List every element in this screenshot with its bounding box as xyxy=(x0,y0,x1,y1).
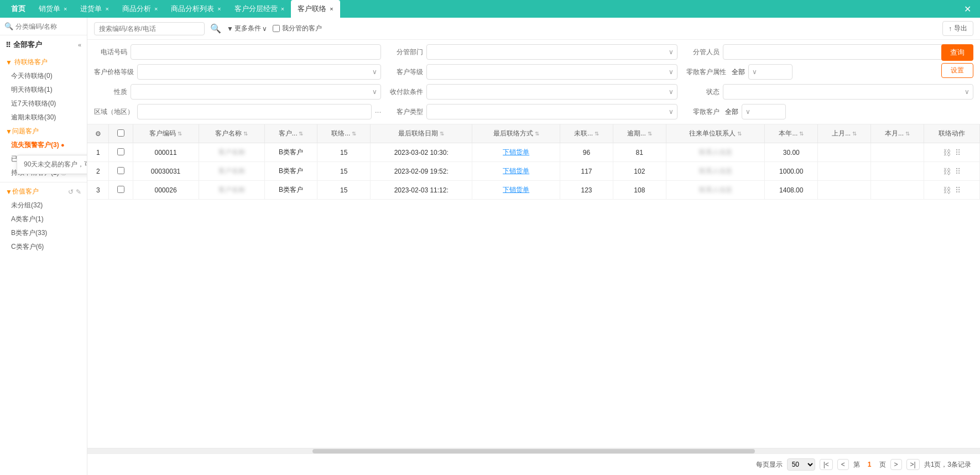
filter-select-region[interactable] xyxy=(137,104,372,119)
th-code[interactable]: 客户编码 xyxy=(133,124,199,143)
th-overdue[interactable]: 逾期... xyxy=(613,124,666,143)
th-last-month[interactable]: 上月... xyxy=(818,124,871,143)
more-dot-region[interactable]: ··· xyxy=(375,107,382,116)
th-last-contact-method[interactable]: 最后联络方式 xyxy=(472,124,560,143)
action-more-icon[interactable]: ⠿ xyxy=(955,148,961,157)
tab-purchase[interactable]: 进货单 × xyxy=(74,0,115,18)
query-button[interactable]: 查询 xyxy=(941,44,973,61)
th-name[interactable]: 客户名称 xyxy=(199,124,264,143)
filter-label-price-level: 客户价格等级 xyxy=(94,67,134,77)
row-checkbox[interactable] xyxy=(117,148,124,155)
filter-select-price-level[interactable]: ∨ xyxy=(137,64,381,80)
filter-select-retail-attr[interactable]: ∨ xyxy=(748,64,793,80)
next-page-button[interactable]: > xyxy=(890,459,902,470)
sidebar-group-value-customer[interactable]: ▼ 价值客户 ↺ ✎ xyxy=(0,185,87,199)
cell-overdue: 108 xyxy=(613,181,666,200)
close-tab-customer-layer[interactable]: × xyxy=(281,6,284,12)
th-not-contact[interactable]: 未联... xyxy=(560,124,613,143)
filter-select-customer-level[interactable]: ∨ xyxy=(426,64,677,80)
action-link-icon[interactable]: ⛓ xyxy=(943,167,951,176)
settings-icon[interactable]: ⚙ xyxy=(95,130,101,138)
th-this-year[interactable]: 本年... xyxy=(765,124,818,143)
filter-row-retail-attr: 零散客户属性 全部 ∨ xyxy=(686,64,973,80)
cell-checkbox[interactable] xyxy=(109,181,133,200)
total-records-label: 共1页，3条记录 xyxy=(924,460,971,469)
th-last-contact-date[interactable]: 最后联络日期 xyxy=(371,124,472,143)
cell-checkbox[interactable] xyxy=(109,143,133,162)
filter-search-input[interactable] xyxy=(94,22,205,35)
sidebar-item-ungroup[interactable]: 未分组(32) xyxy=(0,199,87,212)
tab-goods-analysis[interactable]: 商品分析 × xyxy=(116,0,164,18)
tab-customer-contact[interactable]: 客户联络 × xyxy=(291,0,340,18)
filter-select-retail-customer[interactable]: ∨ xyxy=(742,104,786,119)
sidebar-search-input[interactable] xyxy=(15,23,82,30)
sidebar-item-b-customers[interactable]: B类客户(33) xyxy=(0,226,87,240)
filter-select-gender[interactable]: ∨ xyxy=(131,84,381,100)
prev-page-button[interactable]: < xyxy=(837,459,849,470)
tab-sales[interactable]: 销货单 × xyxy=(32,0,74,18)
sidebar-group-pending-contact[interactable]: ▼ 待联络客户 xyxy=(0,54,87,69)
close-tab-customer-contact[interactable]: × xyxy=(330,6,333,12)
filter-select-status[interactable]: ∨ xyxy=(723,84,973,100)
table-footer: 每页显示 50 100 |< < 第 1 页 > >| 共1页，3条记录 xyxy=(87,453,980,475)
contact-method-link[interactable]: 下销货单 xyxy=(503,186,529,194)
filter-my-customers-checkbox[interactable]: 我分管的客户 xyxy=(273,24,322,33)
th-contact-person[interactable]: 往来单位联系人 xyxy=(666,124,765,143)
cell-checkbox[interactable] xyxy=(109,162,133,181)
cell-level: B类客户 xyxy=(264,143,317,162)
page-size-select[interactable]: 50 100 xyxy=(787,458,815,471)
sidebar-group-problem-customer[interactable]: ▼ 问题客户 xyxy=(0,124,87,138)
tab-goods-analysis-list[interactable]: 商品分析列表 × xyxy=(164,0,227,18)
th-contact-count[interactable]: 联络... xyxy=(317,124,371,143)
filter-select-payment[interactable]: ∨ xyxy=(426,84,677,100)
tab-home[interactable]: 首页 xyxy=(4,0,32,18)
action-more-icon[interactable]: ⠿ xyxy=(955,186,961,195)
filter-more-conditions-button[interactable]: ▼ 更多条件 ∨ xyxy=(227,24,267,33)
contact-method-link[interactable]: 下销货单 xyxy=(503,148,529,156)
close-tab-sales[interactable]: × xyxy=(64,6,67,12)
page-suffix-label: 页 xyxy=(879,460,886,469)
cell-this-year: 1000.00 xyxy=(765,162,818,181)
sidebar-all-customers[interactable]: ⠿ 全部客户 « xyxy=(0,35,87,54)
filter-select-dept[interactable]: ∨ xyxy=(426,44,677,60)
export-button[interactable]: ↑ 导出 xyxy=(942,21,973,36)
filter-search-button[interactable]: 🔍 xyxy=(210,23,221,34)
refresh-icon[interactable]: ↺ xyxy=(68,188,74,196)
filter-select-customer-type[interactable]: ∨ xyxy=(426,104,677,119)
action-link-icon[interactable]: ⛓ xyxy=(943,186,951,195)
window-close-button[interactable]: ✕ xyxy=(960,4,976,14)
th-level[interactable]: 客户... xyxy=(264,124,317,143)
filter-input-phone[interactable] xyxy=(131,44,381,60)
filter-select-manager[interactable] xyxy=(723,44,964,60)
cell-contact-count: 15 xyxy=(317,143,371,162)
close-tab-goods-analysis-list[interactable]: × xyxy=(217,6,221,12)
cell-last-contact-method[interactable]: 下销货单 xyxy=(472,143,560,162)
row-checkbox[interactable] xyxy=(117,167,124,174)
select-all-checkbox[interactable] xyxy=(117,129,124,137)
sidebar-item-tomorrow-contact[interactable]: 明天待联络(1) xyxy=(0,83,87,97)
contact-method-link[interactable]: 下销货单 xyxy=(503,167,529,175)
sidebar-item-c-customers[interactable]: C类客户(6) xyxy=(0,240,87,254)
cell-last-contact-method[interactable]: 下销货单 xyxy=(472,181,560,200)
horizontal-scrollbar[interactable] xyxy=(87,448,980,453)
th-this-month[interactable]: 本月... xyxy=(871,124,924,143)
sidebar-item-a-customers[interactable]: A类客户(1) xyxy=(0,212,87,226)
tab-customer-layer[interactable]: 客户分层经营 × xyxy=(228,0,291,18)
filter-label-payment: 收付款条件 xyxy=(390,87,423,97)
settings-button[interactable]: 设置 xyxy=(941,63,973,78)
sidebar-item-today-contact[interactable]: 今天待联络(0) xyxy=(0,69,87,83)
my-customers-check[interactable] xyxy=(273,25,280,32)
close-tab-goods-analysis[interactable]: × xyxy=(154,6,158,12)
scrollbar-thumb[interactable] xyxy=(312,449,755,453)
first-page-button[interactable]: |< xyxy=(820,459,833,470)
last-page-button[interactable]: >| xyxy=(906,459,920,470)
sidebar-item-churn-warning[interactable]: 流失预警客户(3) ● xyxy=(0,138,87,152)
action-more-icon[interactable]: ⠿ xyxy=(955,167,961,176)
sidebar-item-overdue-contact[interactable]: 逾期未联络(30) xyxy=(0,111,87,124)
row-checkbox[interactable] xyxy=(117,186,124,193)
cell-last-contact-method[interactable]: 下销货单 xyxy=(472,162,560,181)
close-tab-purchase[interactable]: × xyxy=(105,6,108,12)
sidebar-item-7days-contact[interactable]: 近7天待联络(0) xyxy=(0,97,87,111)
edit-icon[interactable]: ✎ xyxy=(76,188,81,196)
action-link-icon[interactable]: ⛓ xyxy=(943,148,951,157)
